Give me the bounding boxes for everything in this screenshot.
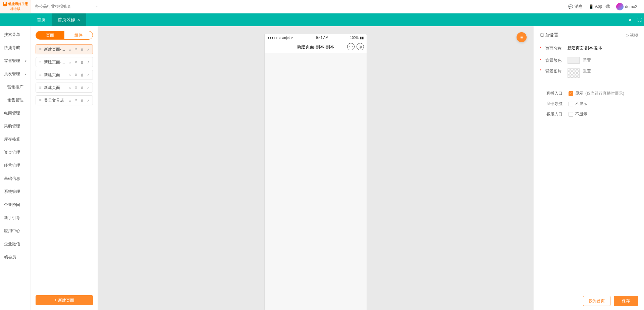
phone-body[interactable]: [265, 53, 367, 310]
sidebar-item[interactable]: 库存核算: [0, 133, 31, 146]
field-label-bgimage: 背景图片: [545, 68, 564, 74]
sidebar-item[interactable]: 企业微信: [0, 238, 31, 251]
drag-handle-icon[interactable]: ≡: [38, 85, 43, 90]
sidebar-item[interactable]: 搜索菜单: [0, 28, 31, 41]
brand-logo[interactable]: 畅捷通好生意 标准版: [0, 0, 31, 13]
copy-icon[interactable]: ⧉: [73, 85, 78, 90]
share-icon[interactable]: ↗: [86, 72, 91, 78]
reset-bgcolor-link[interactable]: 重置: [583, 58, 591, 63]
share-icon[interactable]: ↗: [86, 60, 91, 65]
bg-color-swatch[interactable]: [568, 57, 580, 64]
account-selector[interactable]: 办公品行业模拟账套 ﹀: [35, 4, 99, 9]
drag-handle-icon[interactable]: ≡: [38, 98, 43, 103]
signal-icon: ●●●○○: [267, 36, 277, 40]
delete-icon[interactable]: 🗑: [79, 72, 85, 78]
sidebar-item[interactable]: 快捷导航: [0, 41, 31, 54]
page-list-item[interactable]: ≡新建页面-副本...⌂⧉🗑↗: [36, 44, 93, 54]
share-icon[interactable]: ↗: [86, 98, 91, 103]
sidebar-item[interactable]: 电商管理: [0, 107, 31, 120]
brand-name: 畅捷通好生意: [8, 2, 28, 6]
messages-label: 消息: [575, 4, 583, 9]
chevron-down-icon: ▾: [25, 59, 26, 63]
canvas-menu-button[interactable]: ≡: [517, 32, 527, 42]
copy-icon[interactable]: ⧉: [73, 60, 78, 65]
copy-icon[interactable]: ⧉: [73, 98, 78, 103]
save-button[interactable]: 保存: [614, 296, 638, 306]
sidebar-item-label: 基础信息: [4, 176, 20, 182]
sidebar-item[interactable]: 企业协同: [0, 198, 31, 211]
home-icon[interactable]: ⌂: [67, 60, 72, 65]
sidebar-item[interactable]: 畅会员: [0, 251, 31, 264]
page-list-item[interactable]: ≡昊天文具店⌂⧉🗑↗: [36, 95, 93, 105]
miniprogram-close-icon[interactable]: ◎: [357, 43, 364, 50]
segmented-tabs: 页面 组件: [36, 31, 93, 40]
bottom-nav-checkbox[interactable]: [569, 102, 573, 106]
page-list: ≡新建页面-副本...⌂⧉🗑↗≡新建页面-副本⌂⧉🗑↗≡新建页面⌂⧉🗑↗≡新建页…: [36, 44, 93, 105]
delete-icon[interactable]: 🗑: [79, 98, 85, 103]
video-help-link[interactable]: ▷ 视频: [626, 33, 638, 38]
home-icon[interactable]: ⌂: [67, 47, 72, 52]
field-label-live: 直播入口: [546, 91, 565, 96]
sidebar-item[interactable]: 零售管理▾: [0, 54, 31, 67]
service-checkbox[interactable]: [569, 112, 573, 117]
carrier-label: chanjet: [279, 36, 289, 40]
tab-page-decoration[interactable]: 首页装修 ✕: [52, 13, 86, 26]
phone-icon: 📱: [589, 4, 594, 9]
app-download-link[interactable]: 📱 App下载: [589, 4, 610, 9]
drag-handle-icon[interactable]: ≡: [38, 60, 43, 64]
miniprogram-menu-icon[interactable]: ⋯: [347, 43, 355, 50]
new-page-button[interactable]: + 新建页面: [36, 295, 93, 305]
sidebar-item[interactable]: 基础信息: [0, 172, 31, 185]
page-list-item[interactable]: ≡新建页面⌂⧉🗑↗: [36, 83, 93, 93]
delete-icon[interactable]: 🗑: [79, 85, 85, 90]
message-icon: 💬: [568, 4, 573, 9]
sidebar-item-label: 应用中心: [4, 228, 20, 234]
page-item-name: 新建页面-副本: [44, 59, 66, 65]
share-icon[interactable]: ↗: [86, 47, 91, 52]
tab-home[interactable]: 首页: [31, 13, 52, 26]
sidebar-item[interactable]: 系统管理: [0, 185, 31, 198]
close-all-icon[interactable]: ✕: [625, 13, 635, 26]
delete-icon[interactable]: 🗑: [79, 60, 85, 65]
copy-icon[interactable]: ⧉: [73, 47, 78, 52]
drag-handle-icon[interactable]: ≡: [38, 47, 43, 52]
home-icon[interactable]: ⌂: [67, 98, 72, 103]
battery-label: 100%: [350, 36, 359, 40]
sidebar-item-label: 系统管理: [4, 189, 20, 195]
tab-label: 首页: [37, 17, 46, 23]
sidebar-item-label: 畅会员: [4, 254, 16, 260]
page-list-item[interactable]: ≡新建页面-副本⌂⧉🗑↗: [36, 57, 93, 67]
set-home-button[interactable]: 设为首页: [583, 296, 610, 306]
sidebar-subitem[interactable]: 销售管理: [0, 94, 31, 107]
delete-icon[interactable]: 🗑: [79, 47, 85, 52]
page-name-input[interactable]: [568, 44, 638, 52]
sidebar-item-label: 经营管理: [4, 163, 20, 168]
sidebar-item-label: 电商管理: [4, 110, 20, 116]
page-list-item[interactable]: ≡新建页面⌂⧉🗑↗: [36, 70, 93, 80]
sidebar-item[interactable]: 新手引导: [0, 211, 31, 224]
close-icon[interactable]: ✕: [77, 18, 80, 22]
field-label-bottomnav: 底部导航: [546, 101, 565, 107]
seg-tab-page[interactable]: 页面: [36, 31, 64, 39]
sidebar-subitem[interactable]: 营销推广: [0, 81, 31, 94]
sidebar-item[interactable]: 采购管理: [0, 120, 31, 133]
fullscreen-icon[interactable]: ⛶: [635, 13, 644, 26]
reset-bgimage-link[interactable]: 重置: [583, 68, 591, 74]
bg-image-picker[interactable]: [568, 68, 580, 78]
home-icon[interactable]: ⌂: [67, 85, 72, 90]
live-display-checkbox[interactable]: ✓: [569, 91, 573, 96]
sidebar-item[interactable]: 经营管理: [0, 159, 31, 172]
account-selector-label: 办公品行业模拟账套: [35, 4, 71, 9]
seg-tab-component[interactable]: 组件: [64, 31, 93, 39]
home-icon[interactable]: ⌂: [67, 72, 72, 78]
sidebar-item[interactable]: 批发管理▴: [0, 67, 31, 81]
user-menu[interactable]: demo2: [616, 3, 637, 10]
messages-link[interactable]: 💬 消息: [568, 4, 583, 9]
sidebar-item[interactable]: 资金管理: [0, 146, 31, 159]
avatar: [616, 3, 624, 10]
sidebar-item[interactable]: 应用中心: [0, 224, 31, 238]
share-icon[interactable]: ↗: [86, 85, 91, 90]
live-hint: (仅当进行直播时展示): [585, 91, 624, 96]
copy-icon[interactable]: ⧉: [73, 72, 78, 78]
drag-handle-icon[interactable]: ≡: [38, 72, 43, 77]
